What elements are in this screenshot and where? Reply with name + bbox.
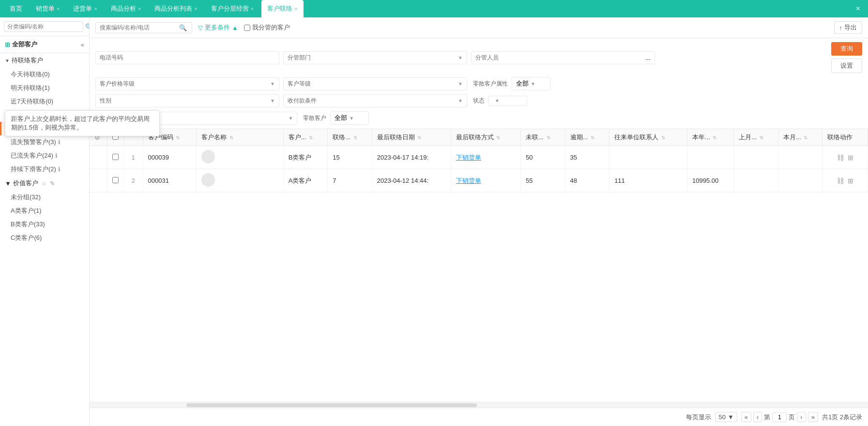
row2-pending: 55: [521, 169, 565, 192]
filter-retail-attr[interactable]: 全部 ▼: [512, 77, 550, 90]
sidebar-search-input[interactable]: [4, 21, 83, 32]
phone-input[interactable]: [125, 54, 275, 61]
row1-check[interactable]: [112, 154, 119, 160]
sidebar-item-c-class[interactable]: C类客户(6): [0, 231, 89, 245]
nav-item-product-list[interactable]: 商品分析列表 ×: [149, 0, 203, 17]
export-icon: ↑: [839, 24, 843, 31]
sidebar-item-ungrouped[interactable]: 未分组(32): [0, 191, 89, 204]
sort-pending-icon: ⇅: [547, 135, 550, 140]
col-last-date[interactable]: 最后联络日期 ⇅: [372, 129, 451, 146]
row2-check[interactable]: [112, 177, 119, 183]
prev-page-btn[interactable]: ‹: [753, 412, 762, 422]
filter-gender[interactable]: 性别 ▼: [95, 94, 279, 107]
nav-close-purchase[interactable]: ×: [94, 6, 97, 12]
payment-dropdown-icon: ▼: [458, 98, 463, 103]
window-close-button[interactable]: ×: [852, 4, 864, 13]
sidebar: 🔍 ⊞ 全部客户 « ▼ 待联络客户 今天待联络(0) 明天待联络(1) 近7天…: [0, 17, 90, 426]
row2-last-method[interactable]: 下销货单: [451, 169, 520, 192]
person-more-icon[interactable]: ...: [645, 54, 651, 61]
nav-item-purchase[interactable]: 进货单 ×: [67, 0, 103, 17]
row1-code: 000039: [143, 146, 197, 169]
action-buttons: 查询 设置: [831, 42, 862, 73]
row1-last-method[interactable]: 下销货单: [451, 146, 520, 169]
sidebar-item-tomorrow[interactable]: 明天待联络(1): [0, 81, 89, 95]
nav-item-sales[interactable]: 销货单 ×: [30, 0, 65, 17]
row1-link-icon[interactable]: ⛓: [837, 154, 844, 162]
filter-dept[interactable]: 分管部门 ▼: [283, 51, 467, 64]
retail-attr-dropdown-icon: ▼: [531, 81, 535, 87]
row2-grid-icon[interactable]: ⊞: [848, 177, 853, 185]
more-conditions-btn[interactable]: ▽ 更多条件 ▲: [198, 23, 238, 32]
sidebar-item-b-class[interactable]: B类客户(33): [0, 218, 89, 231]
my-customer-checkbox[interactable]: 我分管的客户: [244, 23, 290, 32]
sidebar-item-a-class[interactable]: A类客户(1): [0, 204, 89, 218]
filter-search-input[interactable]: [100, 24, 177, 31]
sidebar-item-today[interactable]: 今天待联络(0): [0, 68, 89, 81]
row2-last-month: [734, 169, 778, 192]
col-company-contact[interactable]: 往来单位联系人 ⇅: [609, 129, 687, 146]
query-button[interactable]: 查询: [831, 42, 862, 56]
horizontal-scroll-thumb[interactable]: [186, 403, 477, 407]
nav-item-customer-layer[interactable]: 客户分层经营 ×: [205, 0, 259, 17]
person-input[interactable]: [501, 54, 643, 61]
value-section-edit-icon[interactable]: ○: [42, 180, 46, 187]
page-size-select[interactable]: 50 ▼: [715, 412, 737, 422]
col-last-month[interactable]: 上月... ⇅: [734, 129, 778, 146]
next-page-btn[interactable]: ›: [797, 412, 806, 422]
price-level-dropdown-icon: ▼: [270, 81, 275, 87]
sidebar-item-7days[interactable]: 近7天待联络(0): [0, 95, 89, 108]
filter-search-icon[interactable]: 🔍: [179, 24, 187, 31]
col-this-month[interactable]: 本月... ⇅: [778, 129, 822, 146]
sidebar-item-declining[interactable]: 持续下滑客户(2) ℹ: [0, 162, 89, 176]
info-icon-loss-warning: ℹ: [58, 139, 61, 146]
first-page-btn[interactable]: «: [741, 412, 751, 422]
horizontal-scroll-track[interactable]: [90, 402, 868, 408]
sidebar-item-lost[interactable]: 已流失客户(24) ℹ: [0, 149, 89, 162]
filter-price-level[interactable]: 客户价格等级 ▼: [95, 77, 279, 90]
col-contact[interactable]: 联络... ⇅: [328, 129, 372, 146]
col-last-method[interactable]: 最后联络方式 ⇅: [451, 129, 520, 146]
filter-row-2: 客户价格等级 ▼ 客户等级 ▼ 零散客户属性 全部 ▼: [95, 77, 862, 90]
filter-status[interactable]: ▼: [488, 96, 527, 106]
top-navigation: 首页 销货单 × 进货单 × 商品分析 × 商品分析列表 × 客户分层经营 × …: [0, 0, 868, 17]
col-this-year[interactable]: 本年... ⇅: [687, 129, 734, 146]
row1-grid-icon[interactable]: ⊞: [848, 154, 853, 162]
col-pending[interactable]: 未联... ⇅: [521, 129, 565, 146]
table-body: 1 000039 B类客户 15 2023-04-17 14:19: 下销货单 …: [90, 146, 868, 192]
nav-item-product-analysis[interactable]: 商品分析 ×: [105, 0, 147, 17]
filter-customer-level[interactable]: 客户等级 ▼: [283, 77, 467, 90]
sidebar-section-title-pending[interactable]: ▼ 待联络客户: [0, 53, 89, 68]
col-name[interactable]: 客户名称 ⇅: [197, 129, 283, 146]
info-icon-lost: ℹ: [55, 152, 58, 159]
row2-link-icon[interactable]: ⛓: [837, 177, 844, 185]
row1-settings: [90, 146, 107, 169]
sidebar-item-loss-warning[interactable]: 流失预警客户(3) ℹ: [0, 135, 89, 149]
table-row: 1 000039 B类客户 15 2023-04-17 14:19: 下销货单 …: [90, 146, 868, 169]
value-section-settings-icon[interactable]: ✎: [50, 180, 55, 187]
col-overdue[interactable]: 逾期... ⇅: [565, 129, 609, 146]
sort-overdue-icon: ⇅: [591, 135, 594, 140]
last-page-btn[interactable]: »: [808, 412, 818, 422]
nav-close-product-list[interactable]: ×: [194, 6, 197, 12]
my-customer-check[interactable]: [244, 25, 250, 31]
table-header-row: ⚙ 客户编码 ⇅ 客户名称 ⇅: [90, 129, 868, 146]
current-page-input[interactable]: [772, 412, 787, 422]
gender-dropdown-icon: ▼: [270, 98, 275, 103]
filter-retail-customer[interactable]: 全部 ▼: [330, 111, 369, 125]
nav-item-customer-contact[interactable]: 客户联络 ×: [261, 0, 303, 17]
nav-close-customer-layer[interactable]: ×: [251, 6, 254, 12]
sidebar-collapse-icon[interactable]: «: [81, 41, 84, 48]
export-button[interactable]: ↑ 导出: [834, 21, 863, 34]
nav-close-customer-contact[interactable]: ×: [294, 6, 297, 12]
settings-button[interactable]: 设置: [831, 59, 862, 73]
nav-close-sales[interactable]: ×: [57, 6, 60, 12]
sidebar-search-icon[interactable]: 🔍: [85, 23, 90, 30]
nav-close-product-analysis[interactable]: ×: [138, 6, 141, 12]
filter-payment[interactable]: 收付款条件 ▼: [283, 94, 467, 107]
row2-this-year: 10995.00: [687, 169, 734, 192]
sidebar-value-section[interactable]: ▼ 价值客户 ○ ✎: [0, 176, 89, 191]
content-area: 🔍 ▽ 更多条件 ▲ 我分管的客户 ↑ 导出 电话号码: [90, 17, 868, 426]
filter-person: 分管人员 ...: [471, 51, 655, 64]
nav-item-home[interactable]: 首页: [4, 0, 28, 17]
col-type[interactable]: 客户... ⇅: [283, 129, 328, 146]
